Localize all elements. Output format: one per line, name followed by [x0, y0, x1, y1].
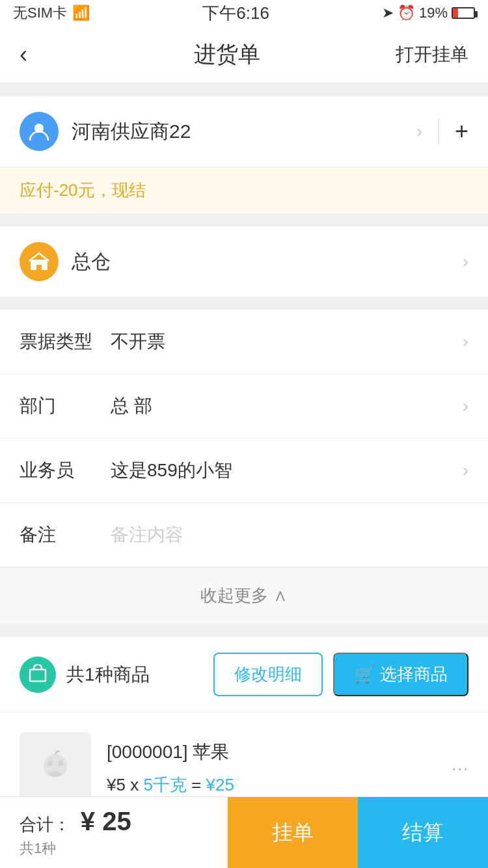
warehouse-name: 总仓 — [72, 249, 463, 275]
warehouse-icon — [20, 242, 59, 281]
unit-price: ¥5 — [107, 775, 126, 794]
remark-input[interactable]: 备注内容 — [98, 522, 468, 547]
supplier-section: 河南供应商22 › + 应付-20元，现结 — [0, 96, 488, 213]
hang-button[interactable]: 挂单 — [228, 797, 358, 869]
product-icon — [20, 657, 56, 693]
page-title: 进货单 — [194, 40, 260, 70]
total-label: 合计： — [20, 815, 70, 834]
status-time: 下午6:16 — [202, 2, 269, 25]
item-total: ¥25 — [206, 775, 234, 794]
salesperson-value: 这是859的小智 — [98, 458, 463, 483]
svg-point-6 — [58, 761, 63, 766]
carrier-text: 无SIM卡 — [13, 3, 67, 23]
invoice-row[interactable]: 票据类型 不开票 › — [0, 310, 488, 373]
invoice-label: 票据类型 — [20, 329, 98, 354]
status-right: ➤ ⏰ 19% — [382, 5, 475, 21]
multiply-icon: x — [130, 775, 143, 794]
select-product-button[interactable]: 🛒 选择商品 — [333, 653, 468, 696]
location-icon: ➤ — [382, 5, 394, 21]
section-gap-2 — [0, 213, 488, 226]
supplier-divider — [438, 118, 439, 144]
wifi-icon: 📶 — [72, 5, 90, 21]
nav-bar: ‹ 进货单 打开挂单 — [0, 26, 488, 83]
quantity: 5千克 — [143, 775, 186, 794]
bottom-bar: 合计： ¥ 25 共1种 挂单 结算 — [0, 796, 488, 868]
collapse-text: 收起更多 ∧ — [200, 584, 287, 607]
total-count: 共1种 — [20, 839, 208, 858]
svg-rect-3 — [30, 670, 46, 681]
status-left: 无SIM卡 📶 — [13, 3, 90, 23]
product-more-button[interactable]: ··· — [438, 756, 468, 780]
supplier-avatar — [20, 112, 59, 151]
section-gap-1 — [0, 83, 488, 96]
supplier-chevron-icon: › — [416, 121, 422, 142]
supplier-row[interactable]: 河南供应商22 › + — [0, 96, 488, 167]
salesperson-label: 业务员 — [20, 458, 98, 483]
supplier-notice: 应付-20元，现结 — [0, 167, 488, 213]
remark-label: 备注 — [20, 522, 98, 547]
supplier-name: 河南供应商22 — [72, 118, 416, 145]
product-info: [0000001] 苹果 ¥5 x 5千克 = ¥25 — [107, 740, 438, 796]
salesperson-row[interactable]: 业务员 这是859的小智 › — [0, 438, 488, 502]
department-chevron-icon: › — [463, 396, 468, 416]
warehouse-section: 总仓 › — [0, 226, 488, 297]
salesperson-chevron-icon: › — [463, 460, 468, 481]
checkout-button[interactable]: 结算 — [358, 797, 488, 869]
collapse-row[interactable]: 收起更多 ∧ — [0, 567, 488, 624]
department-row[interactable]: 部门 总 部 › — [0, 373, 488, 438]
status-bar: 无SIM卡 📶 下午6:16 ➤ ⏰ 19% — [0, 0, 488, 26]
total-row: 合计： ¥ 25 — [20, 807, 208, 836]
product-name: [0000001] 苹果 — [107, 740, 438, 765]
equals-icon: = — [191, 775, 206, 794]
department-label: 部门 — [20, 394, 98, 418]
edit-detail-button[interactable]: 修改明细 — [213, 653, 323, 696]
alarm-icon: ⏰ — [398, 5, 415, 21]
section-gap-3 — [0, 297, 488, 310]
warehouse-chevron-icon: › — [463, 251, 468, 272]
open-hang-button[interactable]: 打开挂单 — [396, 42, 468, 67]
invoice-chevron-icon: › — [463, 331, 468, 352]
back-button[interactable]: ‹ — [20, 41, 59, 68]
svg-rect-2 — [36, 265, 42, 270]
remark-row[interactable]: 备注 备注内容 — [0, 502, 488, 567]
add-button[interactable]: + — [455, 118, 468, 145]
battery-icon — [452, 7, 475, 19]
warehouse-row[interactable]: 总仓 › — [0, 226, 488, 297]
product-title: 苹果 — [193, 742, 229, 762]
total-amount: ¥ 25 — [81, 807, 131, 835]
product-price: ¥5 x 5千克 = ¥25 — [107, 774, 438, 796]
svg-point-5 — [47, 761, 53, 766]
svg-point-7 — [49, 771, 62, 776]
product-section: 共1种商品 修改明细 🛒 选择商品 [0000001] 苹果 ¥5 x — [0, 637, 488, 823]
department-value: 总 部 — [98, 394, 463, 418]
product-header: 共1种商品 修改明细 🛒 选择商品 — [0, 637, 488, 712]
invoice-value: 不开票 — [98, 329, 463, 354]
battery-percent: 19% — [419, 5, 448, 21]
form-section: 票据类型 不开票 › 部门 总 部 › 业务员 这是859的小智 › 备注 备注… — [0, 310, 488, 624]
cart-icon: 🛒 — [354, 664, 375, 685]
product-thumbnail — [20, 732, 91, 804]
product-code: [0000001] — [107, 742, 188, 762]
total-section: 合计： ¥ 25 共1种 — [0, 807, 228, 858]
product-count-text: 共1种商品 — [66, 662, 213, 687]
